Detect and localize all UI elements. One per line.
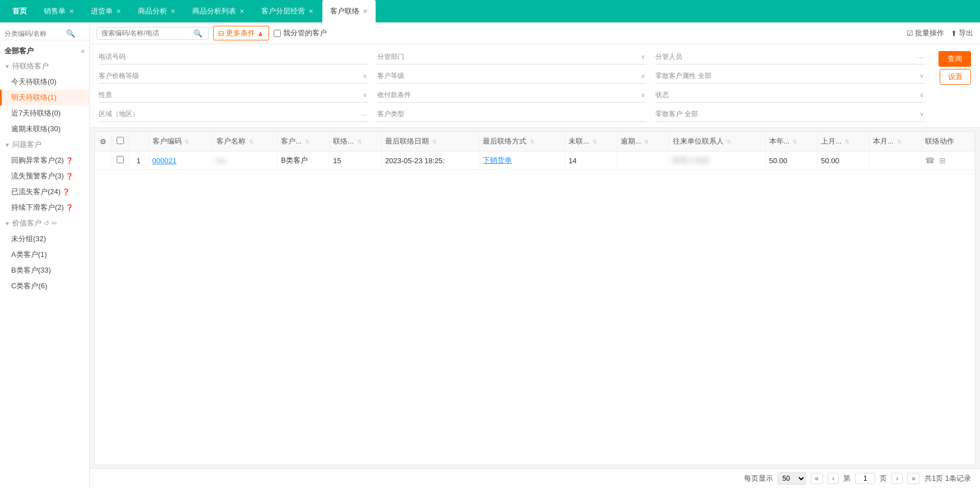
query-button[interactable]: 查询 [939,51,971,67]
sort-name-icon[interactable]: ⇅ [249,139,253,145]
payment-dropdown-icon[interactable]: ∨ [641,91,645,99]
my-customers-checkbox-label[interactable]: 我分管的客户 [274,28,327,38]
nav-customer-contact[interactable]: 客户联络 ✕ [322,0,376,22]
row-action-contact-icon[interactable]: ☎ [925,156,935,165]
sort-this-year-icon[interactable]: ⇅ [793,139,797,145]
help-icon-1[interactable]: ❓ [66,173,73,180]
scatter-attr-dropdown-icon[interactable]: ∨ [919,72,924,80]
sidebar-item-overdue-contact[interactable]: 逾期未联络(30) [0,121,89,137]
value-refresh-icon[interactable]: ↺ [44,219,49,227]
price-level-dropdown-icon[interactable]: ∨ [363,72,367,80]
sidebar-item-today-contact[interactable]: 今天待联络(0) [0,74,89,90]
col-this-month[interactable]: 本月... ⇅ [870,132,922,151]
sidebar-item-churned[interactable]: 已流失客户(24) ❓ [0,184,89,200]
sidebar-item-a-class[interactable]: A类客户(1) [0,247,89,263]
col-contact[interactable]: 联络... ⇅ [330,132,382,151]
sidebar-item-7days-contact[interactable]: 近7天待联络(0) [0,105,89,121]
sort-code-icon[interactable]: ⇅ [184,139,189,145]
close-sales-icon[interactable]: ✕ [69,8,74,15]
department-dropdown-icon[interactable]: ∨ [641,53,645,61]
col-gear[interactable]: ⚙ [95,132,112,151]
row-action-grid-icon[interactable]: ⊞ [939,156,946,165]
sidebar-all-customers[interactable]: 全部客户 « [0,43,89,58]
next-page-btn[interactable]: › [891,473,903,484]
sidebar-item-repurchase-abnormal[interactable]: 回购异常客户(2) ❓ [0,153,89,168]
sidebar-problem-section[interactable]: 问题客户 [0,137,89,153]
sort-contact-icon[interactable]: ⇅ [357,139,362,145]
col-unit-contact[interactable]: 往来单位联系人 ⇅ [669,132,765,151]
help-icon-0[interactable]: ❓ [66,157,73,164]
nature-dropdown-icon[interactable]: ∨ [363,91,367,99]
sort-this-month-icon[interactable]: ⇅ [897,139,902,145]
filter-row-1: 电话号码 分管部门 ∨ 分管人员 ··· [99,50,934,65]
per-page-select[interactable]: 50 100 200 [778,472,806,485]
sort-no-contact-icon[interactable]: ⇅ [593,139,597,145]
page-input[interactable] [855,473,875,484]
batch-operation-btn[interactable]: ☑ 批量操作 [907,28,944,38]
setting-button[interactable]: 设置 [940,69,971,85]
export-btn[interactable]: ⬆ 导出 [951,28,973,38]
nav-purchase[interactable]: 进货单 ✕ [83,0,129,22]
value-edit-icon[interactable]: ✏ [52,219,57,227]
search-input[interactable] [101,29,191,37]
sort-last-contact-method-icon[interactable]: ⇅ [530,139,534,145]
col-checkbox[interactable] [112,132,128,151]
last-page-btn[interactable]: » [907,473,920,484]
close-product-analysis-list-icon[interactable]: ✕ [239,8,244,15]
sidebar-item-churn-warning[interactable]: 流失预警客户(3) ❓ [0,168,89,184]
close-product-analysis-icon[interactable]: ✕ [170,8,175,15]
sidebar-item-c-class[interactable]: C类客户(6) [0,278,89,294]
scatter-customer-dropdown-icon[interactable]: ∨ [919,111,924,118]
col-no-contact[interactable]: 未联... ⇅ [565,132,617,151]
nav-customer-segment[interactable]: 客户分层经营 ✕ [253,0,321,22]
row-name[interactable]: Ea [213,151,278,170]
sort-unit-contact-icon[interactable]: ⇅ [727,139,731,145]
row-code[interactable]: 000021 [149,151,213,170]
close-customer-segment-icon[interactable]: ✕ [308,8,313,15]
nav-home[interactable]: 首页 [4,0,35,22]
col-type[interactable]: 客户... ⇅ [278,132,330,151]
my-customers-checkbox[interactable] [274,30,281,37]
sidebar-item-tomorrow-contact[interactable]: 明天待联络(1) [0,90,89,105]
nav-product-analysis[interactable]: 商品分析 ✕ [130,0,183,22]
sidebar-value-section[interactable]: 价值客户 ↺ ✏ [0,215,89,231]
col-last-contact-method[interactable]: 最后联络方式 ⇅ [479,132,565,151]
col-last-month[interactable]: 上月... ⇅ [817,132,870,151]
filter-nature: 性质 ∨ [99,88,368,103]
close-purchase-icon[interactable]: ✕ [116,8,121,15]
status-dropdown-icon[interactable]: ∨ [919,91,924,99]
sort-type-icon[interactable]: ⇅ [305,139,309,145]
help-icon-3[interactable]: ❓ [66,204,73,211]
col-overdue[interactable]: 逾期... ⇅ [617,132,669,151]
sidebar-search-icon[interactable]: 🔍 [66,29,75,38]
region-dots-icon[interactable]: ··· [360,110,367,119]
row-select-checkbox[interactable] [117,156,124,163]
sort-last-month-icon[interactable]: ⇅ [845,139,849,145]
help-icon-2[interactable]: ❓ [62,188,70,196]
manager-dots-icon[interactable]: ··· [917,53,924,62]
first-page-btn[interactable]: « [811,473,824,484]
sidebar-item-b-class[interactable]: B类客户(33) [0,263,89,278]
select-all-checkbox[interactable] [117,137,124,144]
sidebar-item-ungrouped[interactable]: 未分组(32) [0,231,89,247]
sidebar-waiting-section[interactable]: 待联络客户 [0,58,89,74]
more-criteria-btn[interactable]: ⊟ 更多条件 ▲ [213,26,269,40]
prev-page-btn[interactable]: ‹ [828,473,839,484]
sidebar-item-declining[interactable]: 持续下滑客户(2) ❓ [0,200,89,215]
sidebar-collapse-icon[interactable]: « [81,47,85,55]
filter-search-icon[interactable]: 🔍 [193,29,202,38]
row-last-contact-method[interactable]: 下销货单 [479,151,565,170]
col-code[interactable]: 客户编码 ⇅ [149,132,213,151]
close-customer-contact-icon[interactable]: ✕ [363,8,368,15]
nav-product-analysis-list[interactable]: 商品分析列表 ✕ [184,0,252,22]
nav-sales[interactable]: 销售单 ✕ [36,0,82,22]
sidebar-search-input[interactable] [4,30,66,38]
col-last-contact-date[interactable]: 最后联络日期 ⇅ [381,132,479,151]
col-this-year[interactable]: 本年... ⇅ [765,132,817,151]
sort-last-contact-date-icon[interactable]: ⇅ [432,139,437,145]
col-name[interactable]: 客户名称 ⇅ [213,132,278,151]
total-label: 共1页 1条记录 [924,473,971,484]
sort-overdue-icon[interactable]: ⇅ [644,139,649,145]
customer-level-dropdown-icon[interactable]: ∨ [641,72,645,80]
row-checkbox[interactable] [112,151,128,170]
